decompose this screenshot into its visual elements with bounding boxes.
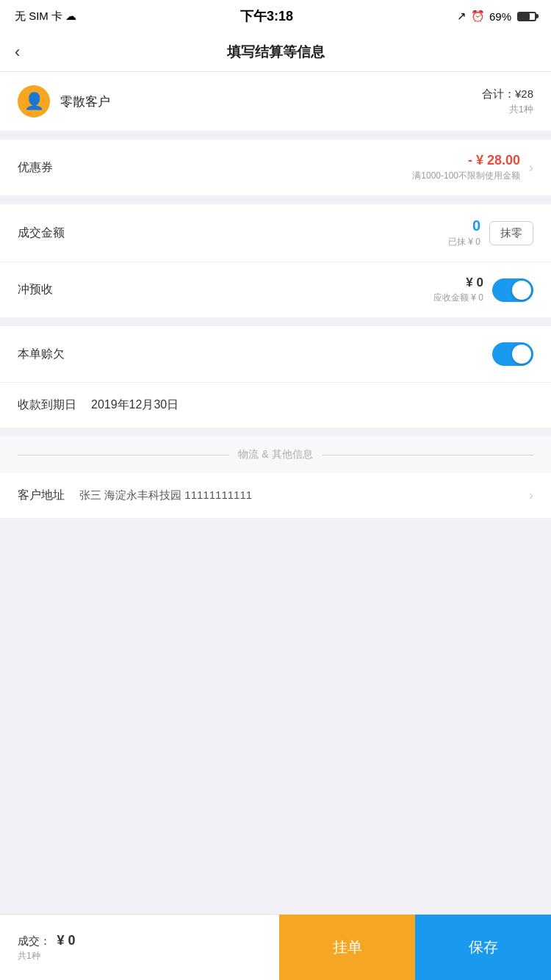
round-zero-button[interactable]: 抹零 [489, 221, 533, 245]
deal-amount-sub: 已抹 ¥ 0 [448, 236, 480, 248]
due-date-label: 收款到期日 [18, 397, 76, 413]
address-row[interactable]: 客户地址 张三 海淀永丰科技园 11111111111 › [0, 473, 551, 518]
logistics-divider: 物流 & 其他信息 [0, 436, 551, 473]
battery-bar [517, 12, 536, 21]
divider-line-left [18, 455, 229, 455]
coupon-row[interactable]: 优惠券 - ¥ 28.00 满1000-100不限制使用金额 › [0, 140, 551, 195]
battery-fill [519, 13, 530, 20]
address-section: 客户地址 张三 海淀永丰科技园 11111111111 › [0, 473, 551, 518]
deal-charge-section: 成交金额 0 已抹 ¥ 0 抹零 冲预收 ¥ 0 应收金额 ¥ 0 [0, 204, 551, 317]
charge-value-group: ¥ 0 应收金额 ¥ 0 [433, 275, 483, 304]
chevron-right-icon: › [529, 160, 533, 176]
status-left: 无 SIM 卡 ☁ [15, 10, 76, 24]
debit-toggle-knob [512, 345, 531, 364]
debit-row: 本单赊欠 [0, 326, 551, 382]
deal-amount-value-group: 0 已抹 ¥ 0 [448, 217, 480, 248]
charge-row: 冲预收 ¥ 0 应收金额 ¥ 0 [0, 262, 551, 317]
bottom-deal-row: 成交： ¥ 0 [18, 933, 262, 948]
bottom-count: 共1种 [18, 950, 262, 962]
coupon-label: 优惠券 [18, 160, 53, 176]
customer-row: 👤 零散客户 合计：¥28 共1种 [0, 72, 551, 131]
address-chevron-icon: › [529, 488, 533, 503]
no-sim-label: 无 SIM 卡 ☁ [15, 10, 76, 24]
deal-amount-row: 成交金额 0 已抹 ¥ 0 抹零 [0, 204, 551, 262]
location-icon: ↗ [457, 10, 467, 23]
nav-bar: ‹ 填写结算等信息 [0, 32, 551, 72]
debit-toggle[interactable] [492, 342, 533, 366]
alarm-icon: ⏰ [471, 10, 485, 23]
bottom-summary: 成交： ¥ 0 共1种 [0, 933, 279, 962]
page-title: 填写结算等信息 [227, 43, 325, 62]
avatar-icon: 👤 [24, 92, 44, 111]
status-time: 下午3:18 [240, 7, 293, 25]
status-right: ↗ ⏰ 69% [457, 10, 536, 23]
charge-sub: 应收金额 ¥ 0 [433, 292, 483, 304]
deal-amount-right: 0 已抹 ¥ 0 抹零 [448, 217, 533, 248]
coupon-section: 优惠券 - ¥ 28.00 满1000-100不限制使用金额 › [0, 140, 551, 195]
due-date-row: 收款到期日 2019年12月30日 [0, 382, 551, 428]
address-label: 客户地址 [18, 488, 65, 503]
coupon-right: - ¥ 28.00 满1000-100不限制使用金额 › [412, 153, 533, 182]
coupon-amount: - ¥ 28.00 [412, 153, 520, 168]
charge-label: 冲预收 [18, 282, 53, 298]
save-button[interactable]: 保存 [415, 915, 551, 981]
status-bar: 无 SIM 卡 ☁ 下午3:18 ↗ ⏰ 69% [0, 0, 551, 32]
pending-button[interactable]: 挂单 [279, 915, 415, 981]
due-date-value: 2019年12月30日 [91, 397, 179, 413]
charge-right: ¥ 0 应收金额 ¥ 0 [433, 275, 533, 304]
toggle-knob [512, 281, 531, 300]
charge-toggle[interactable] [492, 278, 533, 302]
back-button[interactable]: ‹ [15, 43, 20, 62]
divider-line-right [322, 455, 533, 455]
coupon-value: - ¥ 28.00 满1000-100不限制使用金额 [412, 153, 520, 182]
deal-amount-number: 0 [448, 217, 480, 234]
debit-label: 本单赊欠 [18, 347, 65, 362]
customer-total: 合计：¥28 共1种 [482, 87, 533, 116]
avatar: 👤 [18, 85, 50, 118]
logistics-label: 物流 & 其他信息 [238, 448, 312, 461]
coupon-desc: 满1000-100不限制使用金额 [412, 170, 520, 182]
deal-amount-label: 成交金额 [18, 226, 65, 241]
charge-amount: ¥ 0 [433, 275, 483, 290]
customer-info: 👤 零散客户 [18, 85, 110, 118]
bottom-deal-amount: ¥ 0 [57, 933, 75, 948]
customer-name: 零散客户 [60, 93, 110, 110]
bottom-bar: 成交： ¥ 0 共1种 挂单 保存 [0, 914, 551, 980]
debit-section: 本单赊欠 收款到期日 2019年12月30日 [0, 326, 551, 428]
total-amount: 合计：¥28 [482, 87, 533, 101]
battery-label: 69% [489, 10, 511, 23]
bottom-deal-label: 成交： [18, 934, 51, 947]
main-content: 👤 零散客户 合计：¥28 共1种 优惠券 - ¥ 28.00 满1000-10… [0, 72, 551, 593]
address-value: 张三 海淀永丰科技园 11111111111 [79, 489, 529, 502]
total-count: 共1种 [482, 103, 533, 116]
